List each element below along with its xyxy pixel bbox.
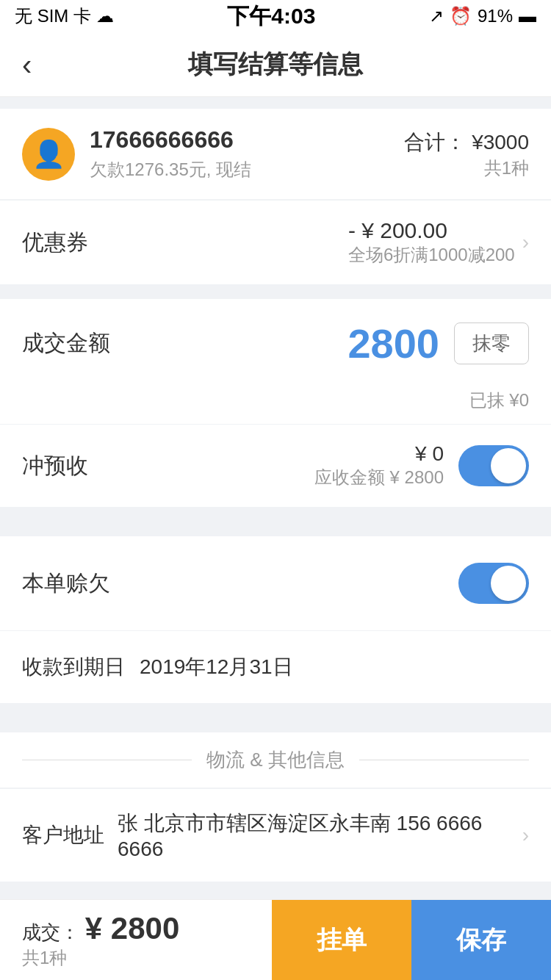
precollect-values: ¥ 0 应收金额 ¥ 2800 [314,442,444,489]
address-row[interactable]: 客户地址 张 北京市市辖区海淀区永丰南 156 6666 6666 › [0,789,551,882]
logistics-label: 物流 & 其他信息 [206,747,345,773]
section-gap-2 [0,507,551,522]
pending-button[interactable]: 挂单 [272,900,411,981]
coupon-label: 优惠券 [22,228,88,258]
debt-toggle[interactable] [458,563,529,604]
page-title: 填写结算等信息 [188,48,363,82]
bottom-summary: 成交： ¥ 2800 共1种 [0,911,272,970]
customer-debt: 欠款1276.35元, 现结 [90,158,251,181]
logistics-divider: 物流 & 其他信息 [22,747,529,773]
duedate-label: 收款到期日 [22,653,125,681]
battery-icon: ▬ [519,6,536,26]
status-left: 无 SIM 卡 ☁ [15,4,114,28]
round-button[interactable]: 抹零 [454,323,529,364]
precollect-label: 冲预收 [22,451,88,481]
bottom-transaction-row: 成交： ¥ 2800 [22,911,250,946]
save-button[interactable]: 保存 [411,900,551,981]
coupon-row[interactable]: 优惠券 - ¥ 200.00 全场6折满1000减200 › [0,201,551,284]
status-time: 下午4:03 [227,1,315,32]
status-right: ↗ ⏰ 91% ▬ [429,6,536,26]
coupon-right: - ¥ 200.00 全场6折满1000减200 › [348,218,529,267]
avatar-icon: 👤 [32,139,65,170]
bottom-count: 共1种 [22,946,250,970]
section-gap-1 [0,284,551,299]
total-amount: ¥3000 [472,131,529,154]
coupon-chevron-icon: › [522,231,529,254]
amount-row: 成交金额 2800 抹零 [0,299,551,388]
battery-level: 91% [478,6,513,26]
divider-line-right [359,760,529,760]
coupon-desc: 全场6折满1000减200 [348,243,515,267]
logistics-section: 物流 & 其他信息 [0,732,551,788]
status-bar: 无 SIM 卡 ☁ 下午4:03 ↗ ⏰ 91% ▬ [0,0,551,32]
debt-toggle-knob [491,566,526,601]
address-value: 张 北京市市辖区海淀区永丰南 156 6666 6666 [110,810,522,861]
precollect-amount: ¥ 0 [314,442,444,466]
amount-label: 成交金额 [22,328,110,359]
section-gap-3 [0,703,551,718]
debt-label: 本单赊欠 [22,569,110,599]
customer-phone: 17666666666 [90,126,251,154]
customer-left: 👤 17666666666 欠款1276.35元, 现结 [22,126,251,181]
amount-sub-label: 已抹 ¥0 [469,390,529,410]
address-label: 客户地址 [22,821,110,849]
alarm-icon: ⏰ [450,6,472,26]
precollect-toggle[interactable] [458,445,529,486]
coupon-discount: - ¥ 200.00 [348,218,515,243]
nav-bar: ‹ 填写结算等信息 [0,32,551,97]
bottom-transaction-label: 成交： [22,921,79,943]
customer-card: 👤 17666666666 欠款1276.35元, 现结 合计： ¥3000 共… [0,109,551,199]
debt-row: 本单赊欠 [0,536,551,630]
total-label: 合计： ¥3000 [404,129,529,156]
total-label-text: 合计： [404,131,466,154]
back-button[interactable]: ‹ [22,50,32,79]
amount-right: 2800 抹零 [347,320,529,367]
precollect-sub: 应收金额 ¥ 2800 [314,466,444,489]
no-sim-text: 无 SIM 卡 ☁ [15,4,114,28]
precollect-right: ¥ 0 应收金额 ¥ 2800 [314,442,529,489]
amount-value: 2800 [347,320,439,367]
duedate-value: 2019年12月31日 [140,653,293,681]
precollect-row: 冲预收 ¥ 0 应收金额 ¥ 2800 [0,424,551,507]
total-count: 共1种 [404,156,529,180]
toggle-knob [491,448,526,483]
divider-line-left [22,760,192,760]
amount-section: 成交金额 2800 抹零 已抹 ¥0 冲预收 ¥ 0 应收金额 ¥ 2800 [0,299,551,507]
bottom-bar: 成交： ¥ 2800 共1种 挂单 保存 [0,899,551,980]
bottom-amount: ¥ 2800 [85,911,179,945]
location-icon: ↗ [429,6,444,26]
customer-total: 合计： ¥3000 共1种 [404,129,529,180]
address-chevron-icon: › [522,824,529,847]
customer-info: 17666666666 欠款1276.35元, 现结 [90,126,251,181]
avatar: 👤 [22,128,75,181]
duedate-row: 收款到期日 2019年12月31日 [0,630,551,703]
